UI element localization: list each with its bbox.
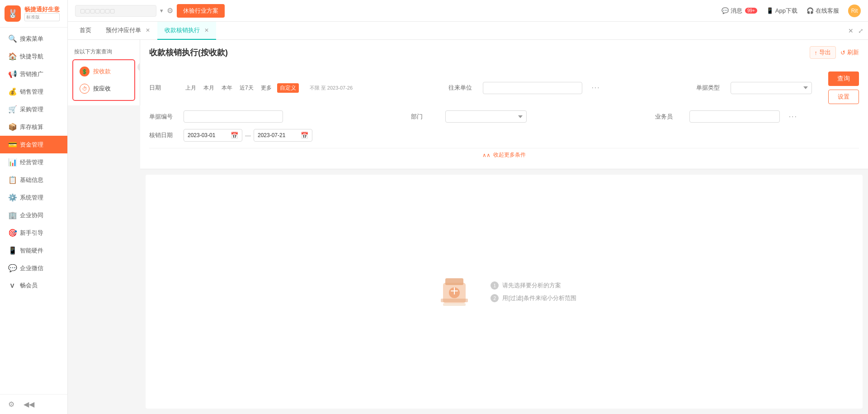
sidebar-item-label: 经营管理 (20, 158, 43, 167)
tip-num-1: 1 (491, 281, 499, 290)
sidebar-item-search-menu[interactable]: 🔍 搜索菜单 (0, 30, 67, 48)
sidebar-item-wechat[interactable]: 💬 企业微信 (0, 259, 67, 277)
svg-rect-6 (443, 303, 466, 306)
sidebar-item-system[interactable]: ⚙️ 系统管理 (0, 189, 67, 206)
collapse-sidebar-icon[interactable]: ◀◀ (24, 400, 34, 409)
quick-nav-icon: 🏠 (8, 52, 16, 61)
app-download-button[interactable]: 📱 App下载 (766, 7, 797, 15)
hardware-icon: 📱 (8, 246, 16, 255)
sidebar-item-inventory[interactable]: 📦 库存核算 (0, 118, 67, 136)
date-btn-7days[interactable]: 近7天 (238, 83, 255, 93)
header-search-bar[interactable]: ▢▢▢▢▢▢▢ (75, 5, 156, 17)
date-btn-this-month[interactable]: 本月 (202, 83, 216, 93)
tab-home[interactable]: 首页 (72, 22, 99, 40)
refresh-icon: ↺ (840, 49, 845, 56)
online-service-button[interactable]: 🎧 在线客服 (807, 7, 839, 15)
purchase-icon: 🛒 (8, 105, 16, 114)
calendar-start-icon[interactable]: 📅 (231, 132, 238, 139)
date-btn-this-year[interactable]: 本年 (220, 83, 234, 93)
salesperson-more-icon[interactable]: ··· (789, 113, 797, 121)
sidebar-item-purchase[interactable]: 🛒 采购管理 (0, 100, 67, 118)
enterprise-icon: 🏢 (8, 211, 16, 219)
writeoff-date-group: 2023-03-01 📅 — 2023-07-21 📅 (184, 129, 312, 142)
sidebar-item-label: 搜索菜单 (20, 35, 43, 43)
sidebar-item-guide[interactable]: 🎯 新手引导 (0, 224, 67, 242)
tab-home-label: 首页 (80, 26, 91, 34)
sidebar-item-hardware[interactable]: 📱 智能硬件 (0, 242, 67, 259)
sidebar-item-label: 智能硬件 (20, 247, 43, 255)
refresh-button[interactable]: ↺ 刷新 (840, 48, 859, 57)
message-button[interactable]: 💬 消息 99+ (722, 7, 757, 15)
dept-select[interactable] (445, 110, 527, 123)
page-title: 收款核销执行(按收款) (149, 47, 228, 63)
empty-tip-1: 1 请先选择要分析的方案 (491, 281, 576, 290)
tip-num-2: 2 (491, 294, 499, 302)
settings-bottom-icon[interactable]: ⚙ (8, 400, 14, 409)
left-panel-border-box: 💲 按收款 ⏱ 按应收 (72, 59, 135, 101)
tab-prepay[interactable]: 预付冲应付单 ✕ (99, 22, 157, 40)
doc-type-label: 单据类型 (696, 84, 722, 92)
collapse-more-button[interactable]: ∧∧ 收起更多条件 (149, 148, 859, 162)
tab-collect-close-icon[interactable]: ✕ (204, 27, 209, 33)
date-btn-last-month[interactable]: 上月 (184, 83, 198, 93)
left-panel-item-receipt[interactable]: 💲 按收款 (73, 63, 134, 80)
svg-rect-5 (441, 299, 468, 302)
settings-gear-icon[interactable]: ⚙ (167, 6, 173, 15)
collapse-label: 收起更多条件 (493, 151, 526, 159)
salesperson-input[interactable] (689, 110, 780, 123)
capital-icon: 💳 (8, 140, 16, 149)
tab-bar-actions: ✕ ⤢ (848, 27, 863, 34)
sidebar-item-label: 库存核算 (20, 123, 43, 131)
counterpart-more-icon[interactable]: ··· (591, 84, 600, 92)
inventory-icon: 📦 (8, 123, 16, 131)
left-panel-title: 按以下方案查询 (68, 44, 140, 59)
header-search-area: ▢▢▢▢▢▢▢ ▾ ⚙ 休验行业方案 (75, 4, 716, 18)
doc-num-input[interactable] (184, 110, 283, 123)
empty-tips: 1 请先选择要分析的方案 2 用[过滤]条件来缩小分析范围 (491, 281, 576, 302)
empty-tip-1-text: 请先选择要分析的方案 (502, 281, 561, 290)
filter-row-3: 核销日期 2023-03-01 📅 — 2023-07-21 📅 (149, 129, 859, 142)
left-panel-wrapper: 按以下方案查询 💲 按收款 ⏱ 按应收 » (68, 40, 140, 414)
doc-type-select[interactable] (731, 82, 812, 94)
header-right: 💬 消息 99+ 📱 App下载 🎧 在线客服 Rit (722, 5, 861, 17)
date-btn-custom[interactable]: 自定义 (277, 83, 299, 93)
title-actions: ↑ 导出 ↺ 刷新 (810, 46, 859, 64)
sidebar-item-capital[interactable]: 💳 资金管理 (0, 136, 67, 153)
empty-tip-2-text: 用[过滤]条件来缩小分析范围 (502, 294, 576, 302)
export-button[interactable]: ↑ 导出 (810, 46, 836, 59)
sidebar-item-quick-nav[interactable]: 🏠 快捷导航 (0, 48, 67, 65)
query-button[interactable]: 查询 (828, 71, 859, 86)
sidebar-item-sales[interactable]: 💰 销售管理 (0, 83, 67, 100)
sidebar-item-label: 新手引导 (20, 229, 43, 237)
sidebar: 🐰 畅捷通好生意 标准版 🔍 搜索菜单 🏠 快捷导航 📢 营销推广 💰 销售管理… (0, 0, 68, 414)
left-panel-item-receivable[interactable]: ⏱ 按应收 (73, 80, 134, 97)
wechat-icon: 💬 (8, 264, 16, 272)
receipt-label: 按收款 (93, 67, 111, 76)
sidebar-item-operation[interactable]: 📊 经营管理 (0, 153, 67, 171)
writeoff-date-start-input[interactable]: 2023-03-01 📅 (184, 129, 242, 142)
tab-collect[interactable]: 收款核销执行 ✕ (157, 22, 216, 40)
sidebar-item-label: 企业微信 (20, 264, 43, 272)
industry-solution-button[interactable]: 休验行业方案 (177, 4, 225, 18)
sidebar-item-marketing[interactable]: 📢 营销推广 (0, 65, 67, 83)
sidebar-item-member[interactable]: V 畅会员 (0, 277, 67, 294)
system-icon: ⚙️ (8, 193, 16, 202)
sidebar-item-basic[interactable]: 📋 基础信息 (0, 171, 67, 189)
date-btn-more[interactable]: 更多 (259, 83, 274, 93)
empty-tip-2: 2 用[过滤]条件来缩小分析范围 (491, 294, 576, 302)
salesperson-label: 业务员 (655, 113, 680, 121)
guide-icon: 🎯 (8, 228, 16, 237)
sidebar-item-enterprise[interactable]: 🏢 企业协同 (0, 206, 67, 224)
mobile-icon: 📱 (766, 7, 774, 14)
tab-collect-label: 收款核销执行 (165, 26, 200, 34)
online-service-label: 在线客服 (816, 7, 839, 15)
writeoff-date-end-input[interactable]: 2023-07-21 📅 (254, 129, 312, 142)
tab-prepay-close-icon[interactable]: ✕ (146, 27, 150, 33)
settings-button[interactable]: 设置 (828, 90, 859, 104)
counterpart-input[interactable] (483, 82, 582, 94)
user-profile-button[interactable]: Rit (848, 5, 861, 17)
tab-close-action-button[interactable]: ✕ (848, 27, 854, 34)
tab-expand-action-button[interactable]: ⤢ (858, 27, 863, 34)
calendar-end-icon[interactable]: 📅 (301, 132, 308, 139)
dropdown-arrow-icon[interactable]: ▾ (160, 7, 163, 14)
